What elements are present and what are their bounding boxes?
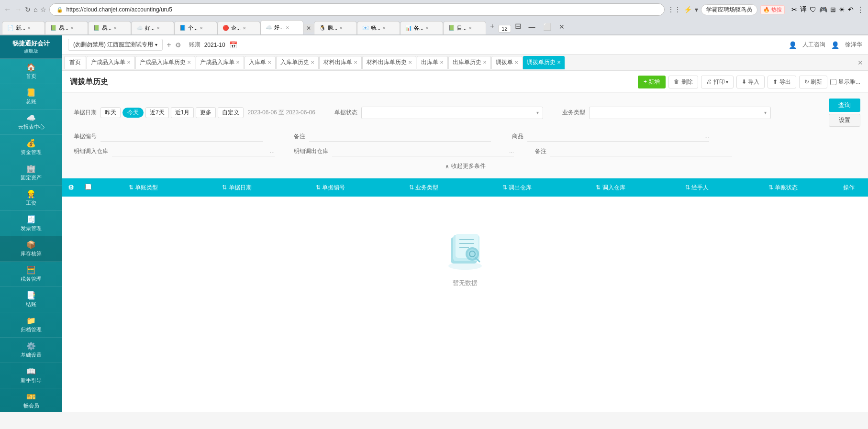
nav-home[interactable]: ⌂ <box>33 6 37 13</box>
tab-close-2[interactable]: ✕ <box>187 60 191 65</box>
browser-tab-2[interactable]: 📗易...✕ <box>45 21 88 34</box>
export-btn[interactable]: ⬆ 导出 <box>768 76 796 88</box>
import-btn[interactable]: ⬇ 导入 <box>736 76 765 88</box>
sidebar-item-fund[interactable]: 💰 资金管理 <box>0 135 62 160</box>
show-all-checkbox[interactable] <box>830 79 836 85</box>
sidebar-item-inventory[interactable]: 📦 库存核算 <box>0 236 62 262</box>
address-bar[interactable]: 🔒 https://cloud.chanjet.com/accounting/u… <box>49 3 664 16</box>
nav-back[interactable]: ← <box>4 5 11 14</box>
browser-tab-close-active[interactable]: ✕ <box>303 24 314 33</box>
browser-tab-11[interactable]: 📗目...✕ <box>443 21 486 34</box>
delete-btn[interactable]: 🗑 删除 <box>668 76 698 88</box>
sidebar-item-member[interactable]: 🎫 畅会员 <box>0 388 62 412</box>
new-tab-btn[interactable]: + <box>486 20 498 33</box>
sidebar-item-invoice[interactable]: 🧾 发票管理 <box>0 211 62 236</box>
doc-number-input[interactable] <box>100 132 263 142</box>
sidebar-item-fixed-assets[interactable]: 🏢 固定资产 <box>0 160 62 186</box>
th-handler[interactable]: ⇅ 经手人 <box>657 178 736 197</box>
tab-close-9[interactable]: ✕ <box>483 60 487 65</box>
date-more-btn[interactable]: 更多 <box>196 107 216 118</box>
th-doc-number[interactable]: ⇅ 单据编号 <box>284 178 377 197</box>
date-today-btn[interactable]: 今天 <box>122 108 144 118</box>
goods-more-icon[interactable]: ... <box>704 133 709 140</box>
tab-close-7[interactable]: ✕ <box>408 60 412 65</box>
tab-product-in2[interactable]: 产成品入库单✕ <box>196 56 244 69</box>
company-settings-btn[interactable]: ⚙ <box>175 41 181 49</box>
browser-tab-4[interactable]: ☁️好...✕ <box>131 21 174 34</box>
sidebar-item-salary[interactable]: 👷 工资 <box>0 186 62 211</box>
th-gear[interactable]: ⚙ <box>62 178 79 197</box>
tab-transfer[interactable]: 调拨单✕ <box>491 56 523 69</box>
sidebar-item-ledger[interactable]: 📒 总账 <box>0 84 62 110</box>
date-7days-btn[interactable]: 近7天 <box>145 107 169 118</box>
tab-close-6[interactable]: ✕ <box>354 60 357 65</box>
detail-in-more[interactable]: ... <box>270 148 275 154</box>
tab-close-active[interactable]: ✕ <box>557 60 561 65</box>
browser-tab-10[interactable]: 📊各...✕ <box>400 21 443 34</box>
date-1month-btn[interactable]: 近1月 <box>171 107 194 118</box>
tab-close-10[interactable]: ✕ <box>514 60 518 65</box>
th-in-wh[interactable]: ⇅ 调入仓库 <box>564 178 657 197</box>
tab-close-4[interactable]: ✕ <box>267 60 271 65</box>
refresh-btn[interactable]: ↻ 刷新 <box>799 76 827 88</box>
tab-product-in-hist[interactable]: 产成品入库单历史✕ <box>135 56 195 69</box>
tab-product-in[interactable]: 产成品入库单✕ <box>87 56 135 69</box>
support-btn[interactable]: 人工咨询 <box>802 41 825 49</box>
browser-tab-5[interactable]: 📘个...✕ <box>174 21 217 34</box>
close-btn[interactable]: ✕ <box>555 21 568 33</box>
minimize-btn[interactable]: — <box>525 21 539 33</box>
browser-tab-3[interactable]: 📗易...✕ <box>88 21 131 34</box>
browser-tab-9[interactable]: 📧畅...✕ <box>357 21 400 34</box>
browser-tab-7[interactable]: ☁️好...✕ <box>260 20 303 34</box>
tab-out[interactable]: 出库单✕ <box>417 56 448 69</box>
browser-tab-6[interactable]: 🔴企...✕ <box>217 21 260 34</box>
sidebar-item-archive[interactable]: 📁 归档管理 <box>0 312 62 338</box>
tab-out-hist[interactable]: 出库单历史✕ <box>448 56 491 69</box>
dropdown-icon[interactable]: ▾ <box>695 6 698 13</box>
calendar-icon[interactable]: 📅 <box>229 41 237 49</box>
sidebar-item-settings[interactable]: ⚙️ 基础设置 <box>0 338 62 363</box>
date-custom-btn[interactable]: 自定义 <box>218 107 244 118</box>
add-company-btn[interactable]: + <box>167 41 171 49</box>
tab-transfer-hist[interactable]: 调拨单历史✕ <box>523 56 565 69</box>
detail-out-more[interactable]: ... <box>509 148 514 154</box>
detail-out-input[interactable] <box>332 146 509 156</box>
tab-home[interactable]: 首页 <box>64 56 86 69</box>
th-status[interactable]: ⇅ 单账状态 <box>736 178 830 197</box>
biz-type-dropdown[interactable]: ▾ <box>589 107 771 119</box>
maximize-btn[interactable]: ⬜ <box>539 21 555 33</box>
sidebar-item-closing[interactable]: 📑 结账 <box>0 287 62 312</box>
print-btn[interactable]: 🖨 打印 ▾ <box>701 76 734 88</box>
tab-close-1[interactable]: ✕ <box>127 60 131 65</box>
tab-close-8[interactable]: ✕ <box>440 60 444 65</box>
tab-mat-out[interactable]: 材料出库单✕ <box>319 56 362 69</box>
extensions-btn[interactable]: ⊟ <box>511 20 525 33</box>
company-selector[interactable]: (勿删勿禁用) 江西服宝测试专用 ▾ <box>68 39 163 51</box>
nav-star[interactable]: ☆ <box>40 6 46 13</box>
tab-close-5[interactable]: ✕ <box>311 60 314 65</box>
sidebar-item-tax[interactable]: 🧮 税务管理 <box>0 262 62 287</box>
browser-tab-8[interactable]: 🐧腾...✕ <box>314 21 357 34</box>
th-out-wh[interactable]: ⇅ 调出仓库 <box>470 178 564 197</box>
th-biz-type[interactable]: ⇅ 业务类型 <box>377 178 470 197</box>
nav-forward[interactable]: → <box>14 5 22 14</box>
remark-input[interactable] <box>309 132 491 142</box>
new-btn[interactable]: + 新增 <box>638 76 666 88</box>
sidebar-item-home[interactable]: 🏠 首页 <box>0 59 62 84</box>
select-all-checkbox[interactable] <box>85 184 91 190</box>
collapse-btn[interactable]: ∧ 收起更多条件 <box>70 160 860 172</box>
sidebar-item-cloud-report[interactable]: ☁️ 云报表中心 <box>0 110 62 135</box>
browser-tab-1[interactable]: 📄新...✕ <box>2 21 45 34</box>
status-dropdown[interactable]: ▾ <box>361 107 543 119</box>
th-doc-date[interactable]: ⇅ 单据日期 <box>190 178 283 197</box>
sidebar-item-guide[interactable]: 📖 新手引导 <box>0 363 62 388</box>
close-all-btn[interactable]: ✕ <box>855 59 866 66</box>
goods-input[interactable] <box>527 132 704 141</box>
tab-in[interactable]: 入库单✕ <box>245 56 276 69</box>
tab-close-3[interactable]: ✕ <box>236 60 240 65</box>
date-yesterday-btn[interactable]: 昨天 <box>100 107 121 118</box>
tab-mat-out-hist[interactable]: 材料出库单历史✕ <box>362 56 416 69</box>
th-doc-type[interactable]: ⇅ 单账类型 <box>97 178 190 197</box>
th-checkbox[interactable] <box>79 178 97 197</box>
detail-in-input[interactable] <box>112 146 270 156</box>
